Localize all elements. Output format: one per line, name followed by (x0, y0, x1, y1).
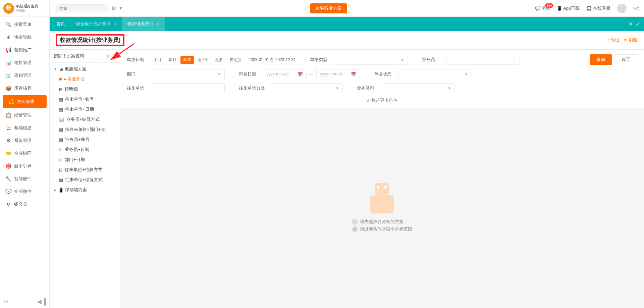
search-icon: 🔍 (5, 21, 11, 28)
business-type-chevron: ▼ (447, 86, 451, 90)
scheme-item-unit-account[interactable]: ▦ 往来单位+账号 (50, 94, 120, 104)
date-preset-more[interactable]: 更多 (212, 56, 226, 64)
dept-label: 部门 (127, 71, 147, 77)
date-presets: 上月 本月 本年 近7天 更多 自定义 2023-01-01 至 2023-12… (151, 56, 296, 64)
scheme-item-salesperson-account[interactable]: ▦ 业务员+账号 (50, 135, 120, 145)
refresh-button[interactable]: ↺ 刷新 (624, 37, 637, 43)
member-icon: V (5, 201, 11, 207)
sidebar-item-operation[interactable]: 📋 经营管理 (0, 109, 49, 121)
salesperson-date-icon: ⊙ (59, 147, 63, 152)
doc-status-label: 单据状态 (374, 71, 394, 77)
export-button[interactable]: ↑ 导出 (607, 37, 620, 43)
sidebar-item-sales[interactable]: 📊 销售管理 (0, 56, 49, 69)
sidebar-settings-icon[interactable]: ⚙ (3, 298, 9, 305)
sidebar-item-guide[interactable]: 🎯 新手引导 (0, 160, 49, 172)
tab-bank[interactable]: 现金银行流水查询 ✕ (70, 17, 122, 31)
sidebar-item-enterprise[interactable]: 🤝 企业协同 (0, 147, 49, 160)
header-settings-icon[interactable]: ⚙ (111, 5, 116, 11)
notification-area[interactable]: 💬 消息 99+ (535, 5, 550, 11)
sidebar-item-hardware[interactable]: 🔧 智能硬件 (0, 172, 49, 185)
tab-home[interactable]: 首页 (51, 21, 70, 27)
scheme-item-unit-settlement1[interactable]: ⊞ 往来单位+结算方式 (50, 165, 120, 175)
date-preset-this-month[interactable]: 本月 (166, 56, 179, 64)
marketing-icon: 📢 (5, 47, 11, 53)
scheme-item-dept-date[interactable]: ⊙ 部门+日期 (50, 155, 120, 165)
scheme-item-unit-dept[interactable]: ▦ 按往来单位+部门+收... (50, 124, 120, 135)
query-button[interactable]: 查询 (590, 54, 612, 65)
user-avatar[interactable] (617, 4, 627, 13)
online-service[interactable]: 🎧 在线客服 (586, 5, 610, 11)
tab-close-all-btn[interactable]: ✕ (629, 21, 633, 27)
sidebar-item-basic[interactable]: 🗂 基础信息 (0, 121, 49, 134)
salesperson-more-btn[interactable]: ··· (511, 57, 515, 62)
counterpart-category-select[interactable]: ▼ (269, 83, 343, 93)
tab-expand-btn[interactable]: ⤢ (636, 21, 640, 27)
unit-date-icon: ▦ (59, 107, 63, 112)
counterpart-more-btn[interactable]: ··· (216, 86, 220, 91)
sales-icon: 📊 (5, 60, 11, 66)
doc-type-select[interactable]: ▼ (334, 55, 408, 65)
scheme-collapse-btn[interactable]: « (113, 53, 116, 59)
tab-receipt[interactable]: 收款情况统计 ✕ (122, 17, 165, 31)
sidebar-item-capital[interactable]: 💰 资金管理 (3, 95, 47, 108)
tab-bank-close[interactable]: ✕ (113, 21, 117, 26)
sidebar-item-wechat[interactable]: 💬 企业微信 (0, 185, 49, 198)
scheme-item-by-salesperson[interactable]: ● 按业务员 (50, 74, 120, 84)
salesperson-label: 业务员 (422, 57, 442, 63)
scheme-add-btn[interactable]: + (102, 53, 105, 59)
trial-button[interactable]: 体验行业方案 (310, 3, 347, 13)
calendar-end-icon: 📅 (351, 72, 356, 77)
audit-date-end[interactable]: yyyy-mm-dd 📅 (316, 69, 360, 79)
filter-settings-button[interactable]: 设置 (614, 54, 637, 65)
sidebar-bottom: ⚙ ◀▐ (0, 295, 49, 308)
sidebar-item-inventory[interactable]: 📦 库存核算 (0, 82, 49, 95)
scheme-item-unit-date[interactable]: ▦ 往来单位+日期 (50, 104, 120, 114)
header-search-input[interactable] (55, 4, 109, 12)
counterpart-select[interactable]: ··· (151, 83, 225, 93)
purchase-icon: 🛒 (5, 72, 11, 79)
sidebar-item-search[interactable]: 🔍 搜索菜单 (0, 18, 49, 31)
wechat-icon: 💬 (5, 189, 11, 195)
scheme-group-mobile-title[interactable]: ▶ 📱 移动端方案 (50, 185, 120, 195)
scheme-settings-btn[interactable]: ⚙ (107, 53, 111, 59)
enterprise-icon: 🤝 (5, 150, 11, 156)
audit-date-start[interactable]: yyyy-mm-dd 📅 (263, 69, 307, 79)
right-panel: 单据日期 上月 本月 本年 近7天 更多 自定义 2023-01-01 至 20… (120, 50, 644, 308)
sidebar-item-member[interactable]: V 畅会员 (0, 198, 49, 211)
sidebar-item-purchase[interactable]: 🛒 采购管理 (0, 69, 49, 82)
hint-num-2: 2 (352, 226, 358, 232)
scheme-item-by-detail[interactable]: ⊞ 按明细 (50, 84, 120, 94)
desktop-icon: 🖥 (59, 67, 63, 72)
header-dropdown-icon[interactable]: ▼ (119, 6, 123, 11)
date-preset-7days[interactable]: 近7天 (195, 56, 211, 64)
collapse-icon: ∧ (367, 98, 370, 103)
date-preset-this-year[interactable]: 本年 (180, 56, 194, 64)
dept-chevron: ▼ (217, 72, 221, 76)
header-right: 💬 消息 99+ 📱 App下载 🎧 在线客服 Rit (535, 4, 639, 13)
sidebar-item-quick[interactable]: ⊞ 快捷导航 (0, 31, 49, 44)
date-preset-custom[interactable]: 自定义 (227, 56, 245, 64)
hint-num-1: 1 (352, 219, 358, 225)
business-type-select[interactable]: ▼ (381, 83, 455, 93)
sidebar: 畅 畅捷通好生意 标准版 🔍 搜索菜单 ⊞ 快捷导航 📢 营销推广 📊 销售管理… (0, 0, 50, 308)
sidebar-item-marketing[interactable]: 📢 营销推广 (0, 44, 49, 56)
app-download[interactable]: 📱 App下载 (557, 5, 580, 11)
date-preset-last-month[interactable]: 上月 (151, 56, 164, 64)
action-buttons: 查询 设置 (590, 54, 637, 65)
scheme-item-salesperson-settlement[interactable]: 📊 业务员+结算方式 (50, 114, 120, 124)
dept-select[interactable]: ▼ (151, 69, 225, 79)
scheme-group-desktop: ▼ 🖥 电脑端方案 ● 按业务员 ⊞ 按明细 (50, 64, 120, 185)
salesperson-icon: ● (64, 77, 66, 82)
collapse-filters-btn[interactable]: ∧ 收起更多条件 (127, 97, 637, 103)
scheme-item-unit-settlement2[interactable]: ▦ 往来单位+结算方式 (50, 175, 120, 185)
salesperson-select[interactable]: ··· (446, 55, 520, 65)
sidebar-collapse-icon[interactable]: ◀▐ (37, 298, 46, 305)
salesperson-account-icon: ▦ (59, 137, 63, 142)
tab-receipt-close[interactable]: ✕ (156, 21, 160, 26)
scheme-group-desktop-title[interactable]: ▼ 🖥 电脑端方案 (50, 64, 120, 74)
doc-status-select[interactable]: ▼ (398, 69, 472, 79)
message-icon: 💬 (535, 6, 540, 11)
doc-type-chevron: ▼ (400, 58, 404, 62)
scheme-item-salesperson-date[interactable]: ⊙ 业务员+日期 (50, 145, 120, 155)
sidebar-item-system[interactable]: ⚙ 系统管理 (0, 134, 49, 147)
